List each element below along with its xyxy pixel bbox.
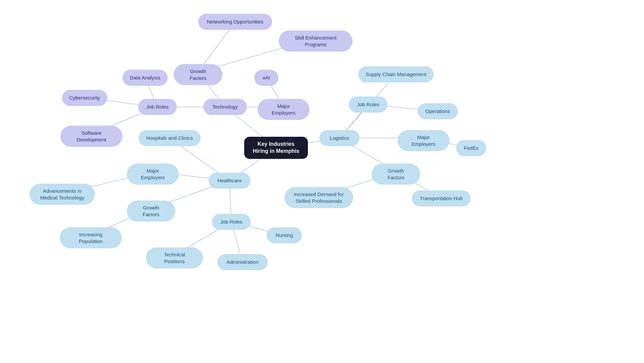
node-growth_factors_hc[interactable]: Growth Factors (127, 200, 175, 222)
node-transport_hub[interactable]: Transportation Hub (412, 190, 471, 206)
node-major_employers_hc[interactable]: Major Employers (127, 164, 179, 185)
node-technical_positions[interactable]: Technical Positions (146, 247, 203, 268)
node-healthcare[interactable]: Healthcare (209, 173, 251, 189)
node-center[interactable]: Key Industries Hiring in Memphis (244, 137, 308, 159)
node-increased_demand[interactable]: Increased Demand for Skilled Professiona… (284, 187, 353, 208)
node-growth_factors_tech[interactable]: Growth Factors (174, 64, 222, 85)
node-cybersecurity[interactable]: Cybersecurity (62, 90, 107, 106)
node-technology[interactable]: Technology (203, 99, 247, 115)
node-skill_enhancement[interactable]: Skill Enhancement Programs (279, 31, 353, 52)
node-nursing[interactable]: Nursing (267, 227, 302, 243)
node-supply_chain[interactable]: Supply Chain Management (358, 66, 434, 82)
node-major_employers_log[interactable]: Major Employers (397, 130, 449, 151)
node-fedex[interactable]: FedEx (456, 140, 486, 156)
node-job_roles_tech[interactable]: Job Roles (138, 99, 177, 115)
node-job_roles_hc[interactable]: Job Roles (212, 214, 251, 230)
node-advancements[interactable]: Advancements in Medical Technology (30, 184, 95, 205)
node-logistics[interactable]: Logistics (319, 130, 360, 146)
node-major_employers_tech[interactable]: Major Employers (258, 99, 310, 120)
node-operations[interactable]: Operations (418, 103, 458, 119)
node-growth_factors_log[interactable]: Growth Factors (372, 164, 420, 185)
node-software_dev[interactable]: Software Development (60, 126, 122, 147)
connections-svg (0, 0, 644, 363)
node-xai[interactable]: xAI (254, 70, 278, 86)
node-networking[interactable]: Networking Opportunities (198, 14, 272, 30)
mindmap-container: Key Industries Hiring in MemphisTechnolo… (0, 0, 644, 363)
node-job_roles_log[interactable]: Job Roles (349, 97, 387, 113)
node-data_analysis[interactable]: Data Analysis (122, 70, 168, 86)
node-increasing_pop[interactable]: Increasing Population (60, 227, 122, 248)
node-administration[interactable]: Administration (217, 254, 268, 270)
node-hospitals[interactable]: Hospitals and Clinics (139, 130, 201, 146)
